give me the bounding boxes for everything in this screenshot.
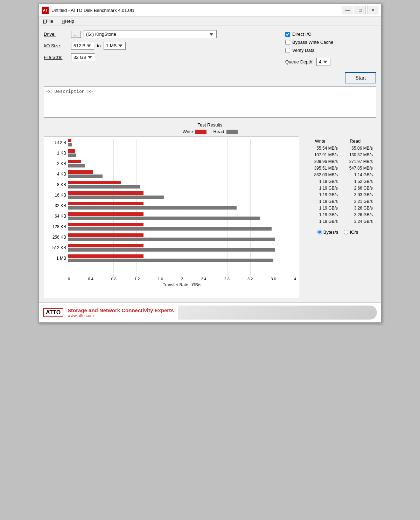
menu-help[interactable]: HHelp bbox=[59, 18, 76, 25]
bar-label: 4 KB bbox=[45, 172, 66, 177]
browse-button[interactable]: ... bbox=[71, 31, 81, 38]
direct-io-checkbox[interactable] bbox=[285, 32, 290, 37]
bar-label: 1 KB bbox=[45, 151, 66, 156]
read-bar bbox=[68, 227, 272, 231]
atto-url: www.atto.com bbox=[68, 313, 174, 318]
drive-select[interactable]: (G:) KingStone bbox=[84, 30, 217, 38]
write-bar bbox=[68, 149, 75, 153]
start-button[interactable]: Start bbox=[345, 72, 376, 83]
data-row: 395.51 MB/s547.85 MB/s bbox=[303, 166, 373, 171]
write-bar bbox=[68, 223, 144, 226]
data-write-value: 1.19 GB/s bbox=[303, 186, 338, 191]
description-section: << Description >> bbox=[44, 86, 376, 119]
chart-inner: 512 B1 KB2 KB4 KB8 KB16 KB32 KB64 KB128 … bbox=[68, 139, 296, 287]
content-area: Drive: ... (G:) KingStone I/O Size: 512 … bbox=[39, 26, 381, 302]
bar-label: 64 KB bbox=[45, 214, 66, 219]
close-button[interactable]: ✕ bbox=[367, 6, 378, 14]
write-legend: Write bbox=[182, 129, 206, 134]
drive-row: Drive: ... (G:) KingStone bbox=[44, 30, 278, 38]
data-write-value: 1.19 GB/s bbox=[303, 219, 338, 224]
bar-group: 64 KB bbox=[68, 212, 296, 220]
bar-label: 256 KB bbox=[45, 235, 66, 240]
data-read-value: 3.03 GB/s bbox=[341, 192, 373, 197]
data-write-value: 1.19 GB/s bbox=[303, 212, 338, 217]
chart-and-data: 512 B1 KB2 KB4 KB8 KB16 KB32 KB64 KB128 … bbox=[44, 136, 376, 298]
bytes-radio[interactable] bbox=[317, 230, 322, 234]
unit-radio-row: Bytes/s IO/s bbox=[303, 230, 373, 235]
read-bar bbox=[68, 164, 85, 167]
data-read-value: 65.06 MB/s bbox=[341, 146, 373, 151]
io-size-to-label: to bbox=[97, 43, 101, 48]
bar-group: 512 B bbox=[68, 139, 296, 146]
app-window: AT Untitled - ATTO Disk Benchmark 4.01.0… bbox=[38, 4, 382, 323]
io-size-to-select[interactable]: 1 MB bbox=[104, 42, 126, 50]
bar-label: 512 B bbox=[45, 140, 66, 145]
results-section: Test Results Write Read bbox=[44, 122, 376, 298]
data-read-value: 3.21 GB/s bbox=[341, 199, 373, 204]
data-write-value: 1.19 GB/s bbox=[303, 192, 338, 197]
read-bar bbox=[68, 196, 164, 199]
data-row: 107.91 MB/s130.37 MB/s bbox=[303, 152, 373, 157]
verify-data-checkbox[interactable] bbox=[285, 48, 290, 53]
bar-label: 16 KB bbox=[45, 193, 66, 198]
atto-tagline: Storage and Network Connectivity Experts bbox=[68, 307, 174, 313]
left-form-col: Drive: ... (G:) KingStone I/O Size: 512 … bbox=[44, 30, 278, 83]
atto-logo: ATTO bbox=[43, 308, 63, 317]
data-read-value: 1.14 GB/s bbox=[341, 172, 373, 177]
data-row: 1.19 GB/s1.52 GB/s bbox=[303, 179, 373, 184]
data-row: 832.03 MB/s1.14 GB/s bbox=[303, 172, 373, 177]
bar-label: 128 KB bbox=[45, 224, 66, 229]
bar-label: 512 KB bbox=[45, 245, 66, 250]
write-bar bbox=[68, 233, 144, 237]
bar-group: 256 KB bbox=[68, 233, 296, 241]
atto-banner: ATTO Storage and Network Connectivity Ex… bbox=[39, 302, 381, 322]
data-write-value: 1.19 GB/s bbox=[303, 179, 338, 184]
data-read-value: 3.26 GB/s bbox=[341, 212, 373, 217]
data-write-value: 107.91 MB/s bbox=[303, 152, 338, 157]
write-legend-color bbox=[195, 130, 206, 134]
data-write-value: 209.96 MB/s bbox=[303, 159, 338, 164]
data-row: 55.54 MB/s65.06 MB/s bbox=[303, 146, 373, 151]
menu-file[interactable]: FFile bbox=[41, 18, 55, 25]
write-bar bbox=[68, 202, 144, 205]
write-bar bbox=[68, 254, 144, 258]
legend-row: Write Read bbox=[44, 129, 376, 134]
io-radio-label: IO/s bbox=[350, 230, 358, 235]
data-read-value: 130.37 MB/s bbox=[341, 152, 373, 157]
data-table: Write Read 55.54 MB/s65.06 MB/s107.91 MB… bbox=[299, 136, 376, 298]
write-bar bbox=[68, 212, 144, 216]
io-size-from-select[interactable]: 512 B bbox=[71, 42, 94, 50]
read-bar bbox=[68, 206, 237, 210]
bytes-radio-label: Bytes/s bbox=[323, 230, 338, 235]
description-textarea[interactable]: << Description >> bbox=[44, 86, 376, 118]
bypass-write-cache-label: Bypass Write Cache bbox=[292, 40, 334, 45]
bar-group: 1 MB bbox=[68, 254, 296, 262]
minimize-button[interactable]: — bbox=[342, 6, 353, 14]
data-write-value: 832.03 MB/s bbox=[303, 172, 338, 177]
write-legend-label: Write bbox=[182, 129, 193, 134]
read-bar bbox=[68, 185, 140, 189]
bypass-write-cache-checkbox[interactable] bbox=[285, 40, 290, 45]
title-bar-left: AT Untitled - ATTO Disk Benchmark 4.01.0… bbox=[42, 7, 134, 14]
read-bar bbox=[68, 238, 275, 241]
file-size-select[interactable]: 32 GB bbox=[71, 53, 95, 61]
bar-group: 16 KB bbox=[68, 191, 296, 199]
verify-data-row: Verify Data bbox=[285, 48, 376, 53]
right-form-col: Direct I/O Bypass Write Cache Verify Dat… bbox=[285, 30, 376, 83]
read-legend: Read bbox=[214, 129, 238, 134]
bar-label: 8 KB bbox=[45, 182, 66, 187]
app-icon: AT bbox=[42, 7, 49, 14]
maximize-button[interactable]: □ bbox=[355, 6, 366, 14]
bar-group: 1 KB bbox=[68, 149, 296, 157]
bar-group: 2 KB bbox=[68, 160, 296, 167]
bypass-write-cache-row: Bypass Write Cache bbox=[285, 40, 376, 45]
queue-depth-select[interactable]: 4 bbox=[316, 58, 330, 66]
x-axis-title: Transfer Rate - GB/s bbox=[68, 282, 296, 287]
write-bar bbox=[68, 160, 81, 163]
data-row: 1.19 GB/s3.26 GB/s bbox=[303, 212, 373, 217]
io-radio[interactable] bbox=[344, 230, 348, 234]
data-read-value: 3.24 GB/s bbox=[341, 219, 373, 224]
data-read-value: 547.85 MB/s bbox=[341, 166, 373, 171]
x-axis-labels: 00.40.81.21.622.42.83.23.64 bbox=[68, 277, 296, 281]
write-bar bbox=[68, 244, 144, 247]
